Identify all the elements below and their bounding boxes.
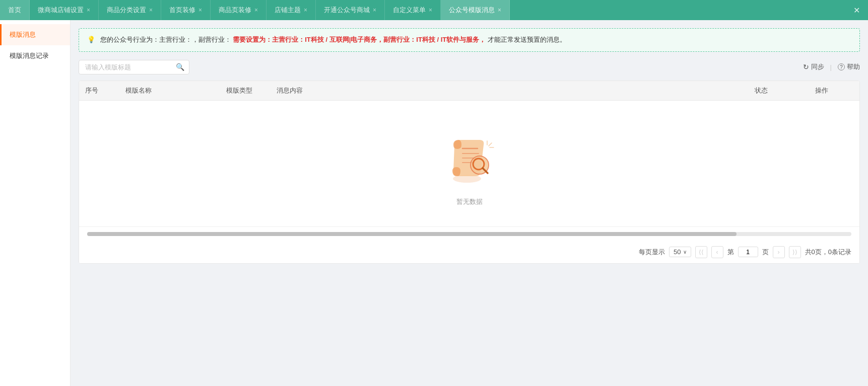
nav-tab-store-theme[interactable]: 店铺主题 ×	[266, 0, 316, 20]
scroll-track	[87, 232, 851, 236]
pagination: 每页显示 50 ∨ ⟨⟨ ‹ 第 页 › ⟩⟩ 共0页，0条记录	[79, 241, 859, 263]
sync-button[interactable]: ↻ 同步	[803, 62, 824, 71]
empty-row: 暂无数据	[79, 100, 859, 226]
empty-illustration	[439, 131, 500, 191]
search-right: ↻ 同步 | ? 帮助	[803, 62, 860, 71]
table-container: 序号 模版名称 模版类型 消息内容 状态 操作	[79, 81, 860, 264]
nav-tab-store-settings[interactable]: 微商城店铺设置 ×	[30, 0, 99, 20]
close-all-button[interactable]: ✕	[845, 0, 868, 20]
sync-icon: ↻	[803, 63, 809, 71]
last-page-button[interactable]: ⟩⟩	[789, 246, 801, 258]
sidebar-item-template-msg[interactable]: 模版消息	[0, 24, 70, 45]
col-content: 消息内容	[271, 81, 749, 101]
search-input[interactable]	[79, 60, 189, 74]
page-label: 第	[727, 248, 734, 257]
search-input-wrapper: 🔍	[79, 60, 189, 74]
nav-tab-home-decor[interactable]: 首页装修 ×	[161, 0, 211, 20]
search-left: 🔍	[79, 60, 189, 74]
col-action: 操作	[809, 81, 859, 101]
prev-page-button[interactable]: ‹	[711, 246, 723, 258]
content-area: 💡 您的公众号行业为：主营行业：，副营行业： 需要设置为：主营行业：IT科技 /…	[71, 20, 868, 386]
notice-box: 💡 您的公众号行业为：主营行业：，副营行业： 需要设置为：主营行业：IT科技 /…	[79, 28, 860, 52]
horizontal-scrollbar[interactable]	[79, 226, 859, 241]
close-open-wechat[interactable]: ×	[373, 7, 376, 14]
next-page-button[interactable]: ›	[773, 246, 785, 258]
nav-tab-category-settings[interactable]: 商品分类设置 ×	[99, 0, 161, 20]
help-icon: ?	[838, 63, 845, 70]
close-product-decor[interactable]: ×	[254, 7, 258, 14]
close-store-theme[interactable]: ×	[304, 7, 307, 14]
empty-state: 暂无数据	[79, 101, 859, 226]
nav-tab-home[interactable]: 首页	[0, 0, 30, 20]
scroll-thumb[interactable]	[87, 232, 737, 236]
search-icon[interactable]: 🔍	[176, 63, 184, 71]
data-table: 序号 模版名称 模版类型 消息内容 状态 操作	[79, 81, 859, 226]
per-page-select[interactable]: 50 ∨	[669, 247, 691, 257]
chevron-down-icon: ∨	[683, 249, 687, 255]
nav-tab-custom-menu[interactable]: 自定义菜单 ×	[385, 0, 441, 20]
per-page-value: 50	[674, 248, 681, 256]
empty-text: 暂无数据	[79, 197, 859, 206]
close-home-decor[interactable]: ×	[198, 7, 202, 14]
close-template-msg[interactable]: ×	[498, 7, 501, 14]
search-bar: 🔍 ↻ 同步 | ? 帮助	[79, 60, 860, 74]
nav-tab-product-decor[interactable]: 商品页装修 ×	[211, 0, 266, 20]
top-navigation: 首页 微商城店铺设置 × 商品分类设置 × 首页装修 × 商品页装修 × 店铺主…	[0, 0, 868, 20]
table-header-row: 序号 模版名称 模版类型 消息内容 状态 操作	[79, 81, 859, 101]
bulb-icon: 💡	[87, 36, 95, 43]
col-index: 序号	[79, 81, 119, 101]
page-number-input[interactable]	[738, 247, 758, 257]
nav-tab-template-msg[interactable]: 公众号模版消息 ×	[441, 0, 510, 20]
sidebar: 模版消息 模版消息记录	[0, 20, 71, 386]
first-page-button[interactable]: ⟨⟨	[695, 246, 707, 258]
close-category-settings[interactable]: ×	[149, 7, 153, 14]
page-unit: 页	[762, 248, 769, 257]
divider: |	[830, 63, 832, 71]
svg-line-8	[489, 143, 492, 146]
col-name: 模版名称	[119, 81, 220, 101]
nav-tab-open-wechat[interactable]: 开通公众号商城 ×	[316, 0, 385, 20]
col-type: 模版类型	[220, 81, 271, 101]
total-text: 共0页，0条记录	[805, 248, 851, 257]
close-custom-menu[interactable]: ×	[429, 7, 432, 14]
help-button[interactable]: ? 帮助	[838, 62, 860, 71]
main-layout: 模版消息 模版消息记录 💡 您的公众号行业为：主营行业：，副营行业： 需要设置为…	[0, 20, 868, 386]
sidebar-item-template-log[interactable]: 模版消息记录	[0, 45, 70, 66]
col-status: 状态	[749, 81, 809, 101]
per-page-label: 每页显示	[639, 248, 665, 257]
close-store-settings[interactable]: ×	[87, 7, 90, 14]
